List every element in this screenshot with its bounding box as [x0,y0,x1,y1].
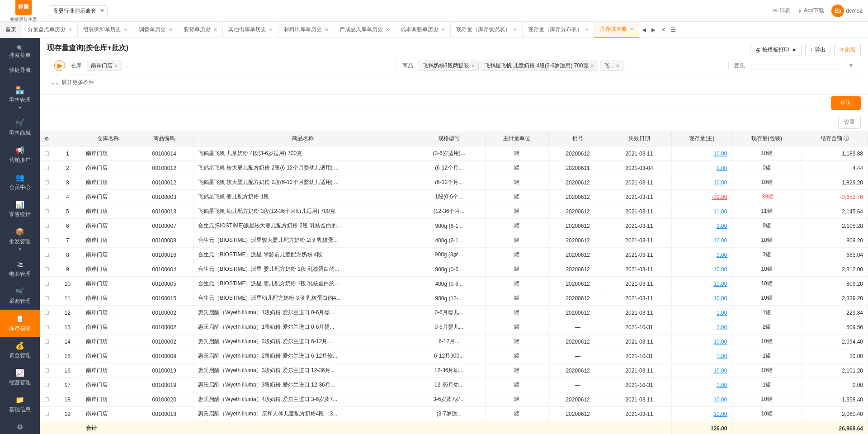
product-tag2-close[interactable]: ✕ [590,63,594,68]
tab-close-chenben[interactable]: ✕ [441,27,445,32]
app-download-button[interactable]: ⇓ App下载 [797,7,824,14]
row-settings-11[interactable]: ☐ [40,291,54,306]
tab-chenben[interactable]: 成本调整单历史 ✕ [395,22,451,38]
query-button[interactable]: 查询 [831,96,861,110]
sidebar-item-finance[interactable]: 💰 资金管理 [0,337,40,364]
sidebar-search[interactable]: 🔍 搜索菜单 [0,42,40,63]
sidebar-item-purchase[interactable]: 🛒 采购管理 [0,283,40,310]
warehouse-tag[interactable]: 南岸门店 ✕ [87,61,122,71]
sidebar-item-marketing[interactable]: 📢 营销推广 [0,142,40,169]
row-stock-main-11[interactable]: 10.00 [671,291,731,306]
print-button[interactable]: 🖨 按模板打印 ▼ [750,44,802,56]
color-filter-input[interactable] [750,61,841,70]
col-settings[interactable]: ⚙ [40,131,54,146]
export-button[interactable]: ↑ 导出 [805,44,830,56]
tab-close-qtchuku[interactable]: ✕ [269,27,273,32]
row-stock-main-17[interactable]: 1.00 [671,378,731,392]
row-settings-12[interactable]: ☐ [40,306,54,320]
row-stock-main-6[interactable]: 9.00 [671,219,731,233]
row-stock-main-18[interactable]: 10.00 [671,392,731,407]
tab-nav-menu[interactable]: ☰ [668,27,679,33]
tab-kucun-pici[interactable]: 库存批次账 ✕ [594,22,639,38]
message-button[interactable]: ✉ 消息 [773,7,790,14]
row-settings-7[interactable]: ☐ [40,233,54,248]
user-profile[interactable]: Ea demo2 [831,5,863,17]
company-select[interactable]: 母婴行业演示账套 [49,5,108,16]
row-settings-14[interactable]: ☐ [40,335,54,349]
row-settings-5[interactable]: ☐ [40,204,54,219]
row-stock-main-19[interactable]: 10.00 [671,407,731,421]
row-settings-2[interactable]: ☐ [40,161,54,175]
filter-expand-button[interactable]: ▶ [54,60,65,71]
tab-close-zuzhang[interactable]: ✕ [124,27,127,32]
tab-fenpan[interactable]: 分量盘点单历史 ✕ [22,22,78,38]
row-stock-main-10[interactable]: 10.00 [671,277,731,291]
row-settings-19[interactable]: ☐ [40,407,54,421]
row-stock-main-14[interactable]: 10.00 [671,335,731,349]
tab-close-fenpan[interactable]: ✕ [68,27,72,32]
tab-close-xiancun2[interactable]: ✕ [585,27,589,32]
tab-close-kucun-pici[interactable]: ✕ [630,27,633,32]
row-stock-main-12[interactable]: 1.00 [671,306,731,320]
product-tag3-close[interactable]: ✕ [616,63,619,68]
row-stock-main-13[interactable]: 2.00 [671,320,731,335]
row-stock-main-3[interactable]: 10.00 [671,175,731,190]
tab-xiancun2[interactable]: 现存量（库存分布表） ✕ [523,22,594,38]
row-stock-main-8[interactable]: 3.00 [671,248,731,262]
tab-close-clchuku[interactable]: ✕ [325,27,328,32]
row-stock-main-5[interactable]: 11.00 [671,204,731,219]
row-settings-18[interactable]: ☐ [40,392,54,407]
row-stock-main-1[interactable]: 10.00 [671,146,731,161]
tab-close-diaopo[interactable]: ✕ [169,27,172,32]
refresh-button[interactable]: ↺ 刷新 [834,44,861,56]
row-settings-8[interactable]: ☐ [40,248,54,262]
row-settings-16[interactable]: ☐ [40,363,54,378]
sidebar-quick-nav[interactable]: 快捷导航 [0,63,40,78]
row-stock-main-7[interactable]: 10.00 [671,233,731,248]
product-tag-3[interactable]: 飞... ✕ [600,61,623,71]
tab-xiancun1[interactable]: 现存量（库存状况表） ✕ [451,22,523,38]
sidebar-item-system[interactable]: ⚙ 系统管理 [0,418,40,434]
sidebar-item-member[interactable]: 👥 会员中心 [0,169,40,196]
tab-close-xiancun1[interactable]: ✕ [513,27,517,32]
product-more[interactable]: ... [625,62,630,69]
product-tag-1[interactable]: 飞鹤奶粉3段两提装 ✕ [419,61,479,71]
tab-zuzhang[interactable]: 组装拆卸单历史 ✕ [78,22,133,38]
row-settings-17[interactable]: ☐ [40,378,54,392]
product-tag-2[interactable]: 飞鹤星飞帆 儿童奶粉 4段(3-6岁适用) 700克 ✕ [481,61,598,71]
row-settings-3[interactable]: ☐ [40,175,54,190]
sidebar-item-ecommerce[interactable]: 🛍 电商管理 [0,256,40,283]
row-settings-15[interactable]: ☐ [40,349,54,363]
tab-nav-close[interactable]: ✕ [658,27,668,33]
tab-close-chengpin[interactable]: ✕ [386,27,389,32]
sidebar-item-inventory[interactable]: 📋 库存核算 [0,310,40,337]
row-settings-4[interactable]: ☐ [40,190,54,204]
tab-nav-left[interactable]: ◀ [639,27,649,33]
row-settings-1[interactable]: ☐ [40,146,54,161]
row-stock-main-4[interactable]: -39.00 [671,190,731,204]
warehouse-more[interactable]: ... [124,62,128,69]
product-tag1-close[interactable]: ✕ [471,63,475,68]
tab-qtchuku[interactable]: 其他出库单历史 ✕ [223,22,278,38]
tab-home[interactable]: 首页 [0,22,22,38]
row-stock-main-2[interactable]: 0.00 [671,161,731,175]
sidebar-item-retail-stats[interactable]: 📊 零售统计 [0,196,40,223]
tab-clchuku[interactable]: 材料出库单历史 ✕ [278,22,334,38]
row-settings-9[interactable]: ☐ [40,262,54,277]
sidebar-item-retail-mgmt[interactable]: 🏪 零售管理 ▼ [0,81,40,114]
row-stock-main-16[interactable]: 10.00 [671,363,731,378]
tab-chengpin[interactable]: 产成品入库单历史 ✕ [334,22,395,38]
row-stock-main-9[interactable]: 10.00 [671,262,731,277]
tab-diaopo[interactable]: 调拨单历史 ✕ [133,22,178,38]
tab-nav-right[interactable]: ▶ [649,27,658,33]
sidebar-item-operations[interactable]: 📈 经营管理 [0,364,40,391]
tab-close-yaohuo[interactable]: ✕ [213,27,217,32]
row-settings-10[interactable]: ☐ [40,277,54,291]
warehouse-tag-close[interactable]: ✕ [114,63,118,68]
expand-more-button[interactable]: ⌄⌄ 展开更多条件 [47,77,868,88]
color-dropdown-icon[interactable]: ▼ [848,62,854,69]
tab-yaohuo[interactable]: 要货单历史 ✕ [178,22,223,38]
sidebar-item-wholesale[interactable]: 📦 批发管理 ▼ [0,223,40,256]
settings-button[interactable]: 设置 [838,116,861,129]
row-settings-13[interactable]: ☐ [40,320,54,335]
